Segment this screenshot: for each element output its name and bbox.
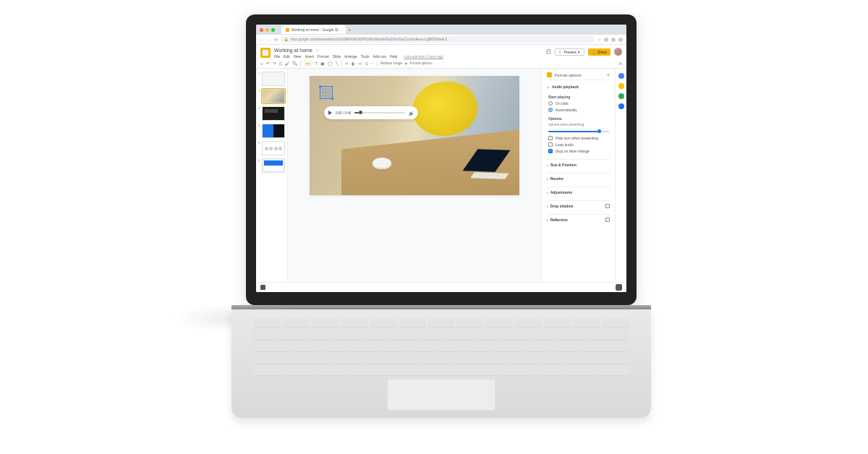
- chevron-right-icon: ›: [547, 218, 548, 222]
- calendar-icon[interactable]: [618, 73, 624, 79]
- window-maximize-dot[interactable]: [271, 28, 275, 32]
- chevron-down-icon[interactable]: ▾: [405, 61, 407, 66]
- maps-icon[interactable]: [618, 103, 624, 109]
- screen-bezel: Working at home - Google Sl… + ← → ⟳ 🔒 d…: [246, 14, 637, 305]
- forward-icon[interactable]: →: [267, 38, 271, 42]
- size-position-section[interactable]: › Size & Position: [547, 159, 610, 170]
- seek-slider[interactable]: [354, 112, 405, 113]
- checkbox-icon[interactable]: [605, 218, 610, 222]
- image-icon[interactable]: ▣: [320, 61, 325, 66]
- window-close-dot[interactable]: [260, 28, 263, 32]
- thumbnail[interactable]: 4: [258, 124, 285, 138]
- format-options-icon: [547, 72, 552, 77]
- check-hide-icon[interactable]: Hide icon when presenting: [548, 136, 610, 140]
- browser-omnibar: ← → ⟳ 🔒 docs.google.com/presentation/d/1…: [256, 35, 626, 45]
- window-minimize-dot[interactable]: [265, 28, 269, 32]
- checkbox-icon: [548, 136, 553, 140]
- present-button[interactable]: ▷ Present ▾: [555, 48, 584, 56]
- scene-book: [470, 172, 509, 179]
- slide-canvas[interactable]: 0:00 / 0:46 🔊: [288, 69, 541, 282]
- options-label: Options: [548, 116, 610, 121]
- trackpad: [387, 379, 495, 411]
- volume-slider[interactable]: [548, 131, 610, 132]
- new-tab-button[interactable]: +: [349, 27, 351, 32]
- tasks-icon[interactable]: [618, 93, 624, 99]
- redo-icon[interactable]: ↷: [273, 61, 276, 66]
- slides-favicon: [286, 28, 289, 32]
- filmstrip-toggle-icon[interactable]: [260, 285, 265, 290]
- checkbox-icon: [548, 142, 553, 147]
- volume-label: Volume when presenting: [548, 123, 610, 127]
- present-icon: ▷: [559, 50, 562, 54]
- checkbox-icon[interactable]: [605, 204, 610, 208]
- chevron-right-icon: ›: [547, 190, 548, 194]
- share-button[interactable]: 🔒 Share: [588, 48, 610, 56]
- extensions: [604, 38, 623, 42]
- format-options-menu[interactable]: Format options…: [410, 61, 435, 65]
- explore-button[interactable]: [616, 284, 622, 291]
- close-icon[interactable]: ×: [607, 72, 610, 77]
- chevron-right-icon: ›: [547, 176, 548, 181]
- user-avatar[interactable]: [614, 48, 622, 56]
- slides-logo-icon[interactable]: [260, 48, 271, 58]
- radio-icon: [548, 101, 553, 106]
- zoom-icon[interactable]: 🔍: [292, 61, 297, 66]
- new-slide-icon[interactable]: +: [260, 61, 263, 66]
- recolor-section[interactable]: › Recolor: [547, 173, 610, 184]
- thumbnail[interactable]: 6: [258, 158, 285, 173]
- back-icon[interactable]: ←: [260, 38, 264, 42]
- hide-menus-icon[interactable]: ᐱ: [619, 61, 622, 66]
- crop-icon[interactable]: ✂: [345, 61, 349, 66]
- check-stop-on-change[interactable]: Stop on slide change: [548, 149, 610, 153]
- laptop-keyboard: [231, 309, 651, 418]
- toolbar: + ↶ ↷ ⎙ 🖌 🔍 ▭ T ▣ ◯ ╲ ✂ ◐ ▭ ≡: [256, 59, 626, 69]
- slides-app: Working at home ☆ File Edit View Insert …: [256, 45, 626, 292]
- check-loop-audio[interactable]: Loop audio: [548, 142, 610, 147]
- radio-on-click[interactable]: On click: [548, 101, 610, 106]
- star-doc-icon[interactable]: ☆: [315, 48, 319, 53]
- replace-image-menu[interactable]: Replace image: [380, 61, 402, 65]
- paint-format-icon[interactable]: 🖌: [285, 61, 289, 66]
- textbox-icon[interactable]: T: [315, 61, 318, 66]
- volume-icon[interactable]: 🔊: [409, 111, 414, 116]
- slide[interactable]: 0:00 / 0:46 🔊: [310, 76, 519, 195]
- select-tool-icon[interactable]: ▭: [304, 60, 312, 67]
- thumbnail[interactable]: 2: [258, 89, 285, 103]
- print-icon[interactable]: ⎙: [279, 61, 282, 66]
- mask-icon[interactable]: ◐: [352, 61, 355, 66]
- chevron-down-icon: ▾: [578, 50, 580, 54]
- lock-icon: 🔒: [284, 38, 289, 41]
- border-weight-icon[interactable]: ≡: [365, 61, 368, 66]
- start-playing-label: Start playing: [548, 95, 610, 99]
- border-dash-icon[interactable]: ┄: [371, 61, 374, 66]
- chevron-right-icon: ›: [547, 204, 548, 208]
- checkbox-icon: [548, 149, 553, 153]
- line-icon[interactable]: ╲: [336, 61, 339, 66]
- audio-object-selection[interactable]: [320, 86, 333, 99]
- play-icon[interactable]: [328, 111, 332, 115]
- audio-playback-section[interactable]: ⌄ Audio playback: [547, 83, 610, 90]
- keep-icon[interactable]: [618, 83, 624, 89]
- browser-tab[interactable]: Working at home - Google Sl…: [281, 25, 346, 34]
- thumbnail[interactable]: 1: [258, 72, 285, 86]
- adjustments-section[interactable]: › Adjustments: [547, 187, 610, 197]
- slide-thumbnails: 1 2 3 4 5 6: [256, 69, 288, 282]
- comments-icon[interactable]: 💬: [546, 49, 551, 54]
- scene-speaker: [373, 158, 391, 169]
- star-icon[interactable]: ☆: [597, 37, 601, 42]
- format-options-sidebar: Format options × ⌄ Audio playback Start …: [541, 69, 626, 282]
- url-bar[interactable]: 🔒 docs.google.com/presentation/d/1hx2i8W…: [281, 36, 595, 43]
- laptop-mockup: Working at home - Google Sl… + ← → ⟳ 🔒 d…: [246, 14, 637, 418]
- reflection-section[interactable]: › Reflection: [547, 214, 610, 225]
- side-panel-rail: [615, 69, 626, 282]
- thumbnail[interactable]: 5: [258, 141, 285, 155]
- doc-title[interactable]: Working at home: [274, 48, 312, 53]
- shape-icon[interactable]: ◯: [328, 61, 333, 66]
- reload-icon[interactable]: ⟳: [274, 37, 278, 42]
- audio-player[interactable]: 0:00 / 0:46 🔊: [324, 106, 418, 119]
- undo-icon[interactable]: ↶: [266, 61, 270, 66]
- radio-automatically[interactable]: Automatically: [548, 108, 610, 112]
- thumbnail[interactable]: 3: [258, 106, 285, 121]
- border-color-icon[interactable]: ▭: [358, 61, 362, 66]
- drop-shadow-section[interactable]: › Drop shadow: [547, 200, 610, 211]
